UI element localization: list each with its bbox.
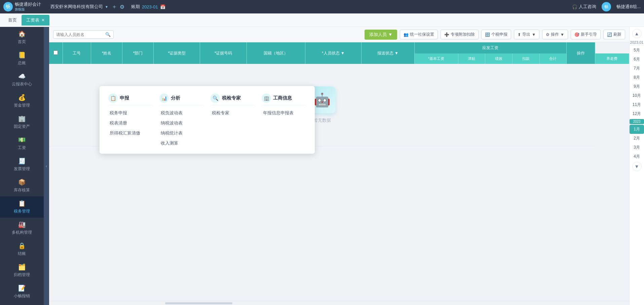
tax-form-item[interactable]: 税表清册: [108, 118, 153, 128]
sidebar-item-assets[interactable]: 🏢 固定资产: [0, 112, 44, 133]
tax-stats-item[interactable]: 纳税统计表: [159, 128, 204, 138]
income-calc-item[interactable]: 收入测算: [159, 138, 204, 148]
timeline-month-12[interactable]: 12月: [630, 109, 644, 118]
sidebar-item-archive[interactable]: 🗂️ 归档管理: [0, 260, 44, 281]
tab-close-icon[interactable]: ✕: [41, 18, 45, 23]
th-allowance: 津贴: [458, 53, 485, 64]
settings-icon[interactable]: ⚙: [120, 4, 124, 10]
sidebar-xiaochang-label: 小畅报销: [14, 293, 30, 299]
operation-btn[interactable]: ⚙ 操作 ▼: [542, 30, 568, 39]
ledger-icon: 📒: [18, 51, 26, 59]
tax-payment-item[interactable]: 纳税波动表: [159, 118, 204, 128]
sidebar-cloud-label: 云报表中心: [12, 81, 32, 87]
timeline-month-10[interactable]: 10月: [630, 91, 644, 100]
sidebar-item-cloud[interactable]: ☁️ 云报表中心: [0, 69, 44, 90]
timeline-up-btn[interactable]: ▲: [632, 29, 642, 38]
header-period: 账期 2023-01 📅: [131, 4, 165, 10]
page-body: 🔍 添加人员 ▼ 👥 统一社保设置 ➕ 专项附加扣除 🔢 个税申报: [49, 27, 629, 305]
period-label: 账期: [131, 4, 140, 10]
guide-nav-icon: 🎯: [574, 32, 579, 37]
timeline-month-4[interactable]: 4月: [630, 152, 644, 161]
sidebar-item-salary[interactable]: 💵 工资: [0, 133, 44, 154]
th-performance: 绩效: [485, 53, 513, 64]
th-base-salary: *基本工资: [414, 53, 458, 64]
horizontal-scrollbar[interactable]: [49, 301, 629, 305]
add-person-button[interactable]: 添加人员 ▼: [365, 30, 397, 40]
add-icon[interactable]: ＋: [112, 3, 117, 10]
individual-tax-btn[interactable]: 🔢 个税申报: [481, 30, 511, 39]
table-container[interactable]: 工号 *姓名 *部门 *证据类型 *证据号码 国籍（地区） *人员状态 ▼ 报送…: [49, 42, 629, 301]
timeline-month-3[interactable]: 3月: [630, 143, 644, 152]
tax-burden-item[interactable]: 税负波动表: [159, 108, 204, 118]
dropdown-section-business: 🏢 工商信息 年报信息申报表: [258, 91, 309, 148]
timeline-month-7[interactable]: 7月: [630, 64, 644, 73]
timeline-month-1[interactable]: 1月: [630, 125, 644, 134]
timeline-month-2[interactable]: 2月: [630, 134, 644, 143]
timeline-month-9[interactable]: 9月: [630, 82, 644, 91]
search-input-wrap[interactable]: 🔍: [53, 30, 114, 39]
operation-dropdown-arrow[interactable]: ▼: [560, 32, 564, 37]
timeline-month-5[interactable]: 5月: [630, 46, 644, 55]
sidebar-item-close[interactable]: 🔒 结账: [0, 239, 44, 260]
table-wrap: 工号 *姓名 *部门 *证据类型 *证据号码 国籍（地区） *人员状态 ▼ 报送…: [49, 42, 629, 301]
th-person-status[interactable]: *人员状态 ▼: [305, 42, 361, 64]
social-security-btn[interactable]: 👥 统一社保设置: [400, 30, 438, 39]
sidebar-item-settings[interactable]: ⚙️ 基础设置: [0, 302, 44, 305]
company-selector[interactable]: 西安虾米网络科技有限公司 ▼: [50, 4, 108, 10]
refresh-btn[interactable]: 🔄 刷新: [603, 30, 625, 39]
special-deduction-label: 专项附加扣除: [451, 32, 475, 37]
calendar-icon[interactable]: 📅: [160, 4, 165, 9]
sidebar-item-xiaochang[interactable]: 📝 小畅报销: [0, 281, 44, 302]
select-all-checkbox[interactable]: [53, 50, 58, 55]
sidebar-item-ledger[interactable]: 📒 总账: [0, 48, 44, 69]
export-btn[interactable]: ⬆ 导出 ▼: [514, 30, 539, 39]
declaration-icon: 📋: [108, 93, 118, 103]
add-person-dropdown-arrow[interactable]: ▼: [388, 32, 392, 37]
dropdown-section-analysis: 📊 分析 税负波动表 纳税波动表 纳税统计表 收入测算: [156, 91, 207, 148]
scroll-thumb[interactable]: [165, 302, 232, 304]
search-input[interactable]: [56, 32, 103, 37]
sidebar-item-invoice[interactable]: 🧾 发票管理: [0, 154, 44, 175]
income-summary-item[interactable]: 所得税汇算清缴: [108, 128, 153, 138]
social-security-icon: 👥: [404, 32, 409, 37]
sidebar-item-home[interactable]: 🏠 首页: [0, 27, 44, 48]
guide-label: 新手引导: [581, 32, 597, 37]
multi-icon: 🏭: [18, 221, 26, 228]
tab-home[interactable]: 首页: [3, 15, 22, 26]
sidebar-item-funds[interactable]: 💰 资金管理: [0, 90, 44, 112]
sidebar-multi-label: 多机构管理: [12, 230, 32, 235]
th-check[interactable]: [49, 42, 63, 64]
timeline-down-btn[interactable]: ▼: [632, 162, 642, 171]
top-header: 畅 畅捷通好会计 旗舰版 西安虾米网络科技有限公司 ▼ ＋ ⚙ 账期 2023-…: [0, 0, 644, 13]
refresh-label: 刷新: [613, 32, 621, 37]
customer-service-btn[interactable]: 🎧 人工咨询: [572, 4, 596, 10]
company-dropdown-arrow[interactable]: ▼: [105, 5, 108, 9]
export-dropdown-arrow[interactable]: ▼: [532, 32, 536, 37]
sidebar-item-inventory[interactable]: 📦 库存核算: [0, 175, 44, 196]
analysis-header: 📊 分析: [159, 91, 204, 105]
sidebar-item-tax[interactable]: 📋 税务管理: [0, 196, 44, 218]
th-salary-group: 应发工资: [414, 42, 567, 53]
timeline-month-8[interactable]: 8月: [630, 73, 644, 82]
special-deduction-btn[interactable]: ➕ 专项附加扣除: [441, 30, 479, 39]
salary-icon: 💵: [18, 136, 26, 144]
user-avatar[interactable]: 畅: [602, 2, 611, 11]
refresh-icon: 🔄: [607, 32, 612, 37]
period-value[interactable]: 2023-01: [142, 4, 158, 9]
business-icon: 🏢: [262, 93, 271, 103]
sidebar-collapse-handle[interactable]: ‹: [44, 27, 49, 305]
timeline-month-6[interactable]: 6月: [630, 55, 644, 64]
tax-check-item[interactable]: 税检专家: [211, 108, 255, 118]
operation-icon: ⚙: [546, 32, 550, 37]
sidebar-item-multi[interactable]: 🏭 多机构管理: [0, 218, 44, 239]
tax-icon: 📋: [18, 200, 26, 207]
annual-report-item[interactable]: 年报信息申报表: [262, 108, 306, 118]
guide-btn[interactable]: 🎯 新手引导: [571, 30, 601, 39]
th-report-status[interactable]: 报送状态 ▼: [361, 42, 414, 64]
operation-label: 操作: [551, 32, 559, 37]
individual-tax-label: 个税申报: [491, 32, 507, 37]
tab-salary[interactable]: 工资表 ✕: [22, 15, 49, 26]
tax-declaration-item[interactable]: 税务申报: [108, 108, 153, 118]
dropdown-section-expert: 🔍 税检专家 税检专家: [207, 91, 258, 148]
timeline-month-11[interactable]: 11月: [630, 100, 644, 109]
